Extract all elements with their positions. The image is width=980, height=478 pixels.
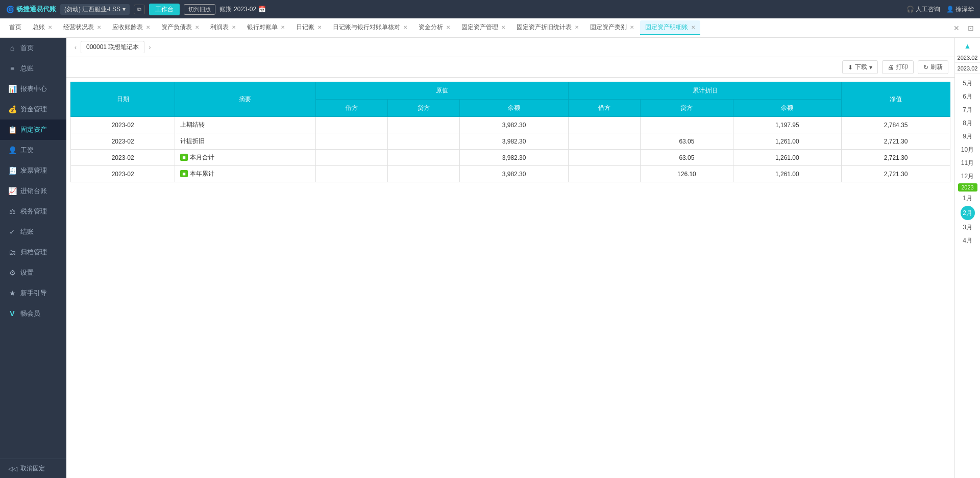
tab-fixed-depr-close[interactable]: ✕	[575, 25, 579, 30]
main-area: ⌂ 首页 ≡ 总账 📊 报表中心 💰 资金管理 📋 固定资产 👤 工资 🧾 发票…	[0, 38, 980, 478]
sidebar-item-reports[interactable]: 📊 报表中心	[0, 79, 66, 99]
close-all-tabs-button[interactable]: ✕	[951, 24, 962, 32]
sidebar-item-label: 报表中心	[20, 84, 47, 93]
right-panel-top: ▲ 2023.02 2023.02	[955, 40, 980, 74]
tab-fixed-mgmt-close[interactable]: ✕	[501, 25, 505, 30]
calendar-icon[interactable]: 📅	[258, 6, 266, 13]
tab-status-close[interactable]: ✕	[97, 25, 101, 30]
cell-orig-debit	[315, 150, 387, 166]
sidebar-item-salary[interactable]: 👤 工资	[0, 140, 66, 160]
tab-receivable-close[interactable]: ✕	[146, 25, 150, 30]
tab-fund[interactable]: 资金分析 ✕	[413, 20, 455, 35]
tab-journal-close[interactable]: ✕	[317, 25, 322, 30]
sidebar-item-label: 资金管理	[20, 105, 47, 114]
sidebar-item-member[interactable]: V 畅会员	[0, 303, 66, 324]
cell-accum-balance: 1,261.00	[733, 166, 842, 182]
tab-general-close[interactable]: ✕	[48, 25, 52, 30]
tab-home[interactable]: 首页	[4, 20, 27, 35]
sidebar-item-general[interactable]: ≡ 总账	[0, 58, 66, 79]
sidebar-pin-toggle[interactable]: ◁◁ 取消固定	[0, 459, 66, 478]
calendar-month-item[interactable]: 4月	[958, 234, 977, 247]
tab-receivable[interactable]: 应收账龄表 ✕	[107, 20, 155, 35]
tab-profit[interactable]: 利润表 ✕	[205, 20, 241, 35]
user-menu[interactable]: 👤 徐泽华	[946, 5, 974, 14]
content-area: ‹ 000001 联想笔记本 › ⬇ 下载 ▾ 🖨 打印 ↻	[66, 38, 980, 478]
tab-fund-close[interactable]: ✕	[446, 25, 450, 30]
sidebar-item-settings[interactable]: ⚙ 设置	[0, 262, 66, 283]
fund-icon: 💰	[8, 105, 16, 113]
sidebar-item-fixed-assets[interactable]: 📋 固定资产	[0, 119, 66, 140]
sidebar-item-label: 首页	[20, 43, 34, 53]
col-net-value-header: 净值	[842, 82, 950, 117]
sidebar-item-fund[interactable]: 💰 资金管理	[0, 99, 66, 119]
calendar-month-item[interactable]: 9月	[958, 130, 977, 143]
calendar-month-item[interactable]: 7月	[958, 104, 977, 116]
print-button[interactable]: 🖨 打印	[882, 60, 914, 74]
copy-button[interactable]: ⧉	[134, 5, 145, 14]
refresh-button[interactable]: ↻ 刷新	[918, 60, 948, 74]
calendar-month-item[interactable]: 12月	[958, 170, 977, 183]
sidebar-item-sales[interactable]: 📈 进销台账	[0, 181, 66, 201]
cell-date: 2023-02	[71, 150, 175, 166]
sidebar-item-settle[interactable]: ✓ 结账	[0, 222, 66, 242]
calendar-month-item[interactable]: 11月	[958, 157, 977, 170]
sidebar-item-archive[interactable]: 🗂 归档管理	[0, 242, 66, 262]
top-right-tools: 🎧 人工咨询 👤 徐泽华	[906, 5, 974, 14]
tab-journal[interactable]: 日记账 ✕	[291, 20, 327, 35]
tab-status[interactable]: 经营状况表 ✕	[58, 20, 106, 35]
calendar-month-item[interactable]: 1月	[958, 192, 977, 205]
pin-icon: ◁◁	[8, 465, 17, 472]
col-orig-credit-header: 贷方	[387, 100, 459, 117]
sidebar-item-home[interactable]: ⌂ 首页	[0, 38, 66, 58]
calendar-up-button[interactable]: ▲	[962, 40, 973, 52]
sidebar-item-guide[interactable]: ★ 新手引导	[0, 283, 66, 303]
sidebar-item-tax[interactable]: ⚖ 税务管理	[0, 201, 66, 222]
sidebar-item-label: 设置	[20, 268, 34, 277]
cell-net-value: 2,721.30	[842, 166, 950, 182]
company-selector[interactable]: (勿动) 江西服业-LSS ▾	[60, 4, 130, 15]
tab-fixed-mgmt[interactable]: 固定资产管理 ✕	[456, 20, 510, 35]
calendar-month-item[interactable]: 8月	[958, 117, 977, 130]
tab-general[interactable]: 总账 ✕	[28, 20, 57, 35]
switch-version-button[interactable]: 切到旧版	[184, 4, 215, 15]
calendar-month-item[interactable]: 3月	[958, 221, 977, 234]
tab-fixed-type-close[interactable]: ✕	[630, 25, 634, 30]
cell-accum-credit: 63.05	[641, 133, 733, 150]
sidebar-item-invoice[interactable]: 🧾 发票管理	[0, 160, 66, 181]
tab-balance-close[interactable]: ✕	[195, 25, 199, 30]
workbench-button[interactable]: 工作台	[149, 4, 180, 15]
tab-bank-verify[interactable]: 日记账与银行对账单核对 ✕	[328, 20, 412, 35]
calendar-month-item[interactable]: 5月	[958, 77, 977, 90]
period-display: 账期 2023-02 📅	[219, 5, 266, 14]
nav-prev-arrow[interactable]: ‹	[72, 44, 79, 51]
headset-icon: 🎧	[906, 6, 914, 13]
tab-fixed-depr[interactable]: 固定资产折旧统计表 ✕	[511, 20, 584, 35]
sidebar-item-label: 固定资产	[20, 125, 47, 134]
maximize-button[interactable]: ⊡	[966, 24, 976, 32]
download-button[interactable]: ⬇ 下载 ▾	[842, 60, 878, 74]
col-orig-debit-header: 借方	[315, 100, 387, 117]
year-badge-2023: 2023	[958, 183, 977, 192]
tab-bank[interactable]: 银行对账单 ✕	[242, 20, 290, 35]
calendar-month-item[interactable]: 6月	[958, 90, 977, 103]
calendar-month-item[interactable]: 10月	[958, 144, 977, 156]
col-original-value-header: 原值	[315, 82, 568, 100]
sub-tab-asset-000001[interactable]: 000001 联想笔记本	[81, 41, 144, 54]
tab-fixed-type[interactable]: 固定资产类别 ✕	[585, 20, 639, 35]
tab-fixed-detail-close[interactable]: ✕	[691, 25, 695, 30]
col-accum-credit-header: 贷方	[641, 100, 733, 117]
table-row: 2023-02计提折旧3,982.3063.051,261.002,721.30	[71, 133, 950, 150]
help-button[interactable]: 🎧 人工咨询	[906, 5, 940, 14]
tab-fixed-detail[interactable]: 固定资产明细账 ✕	[640, 20, 700, 35]
member-icon: V	[8, 309, 16, 318]
guide-icon: ★	[8, 289, 16, 297]
tab-balance[interactable]: 资产负债表 ✕	[156, 20, 204, 35]
tab-bank-verify-close[interactable]: ✕	[403, 25, 407, 30]
cell-summary: 计提折旧	[175, 133, 315, 150]
cell-summary: ■本年累计	[175, 166, 315, 182]
calendar-month-item[interactable]: 2月	[961, 206, 975, 220]
tab-bank-close[interactable]: ✕	[281, 25, 285, 30]
sidebar-item-label: 发票管理	[20, 166, 47, 175]
tab-profit-close[interactable]: ✕	[232, 25, 236, 30]
nav-next-arrow[interactable]: ›	[146, 44, 153, 51]
